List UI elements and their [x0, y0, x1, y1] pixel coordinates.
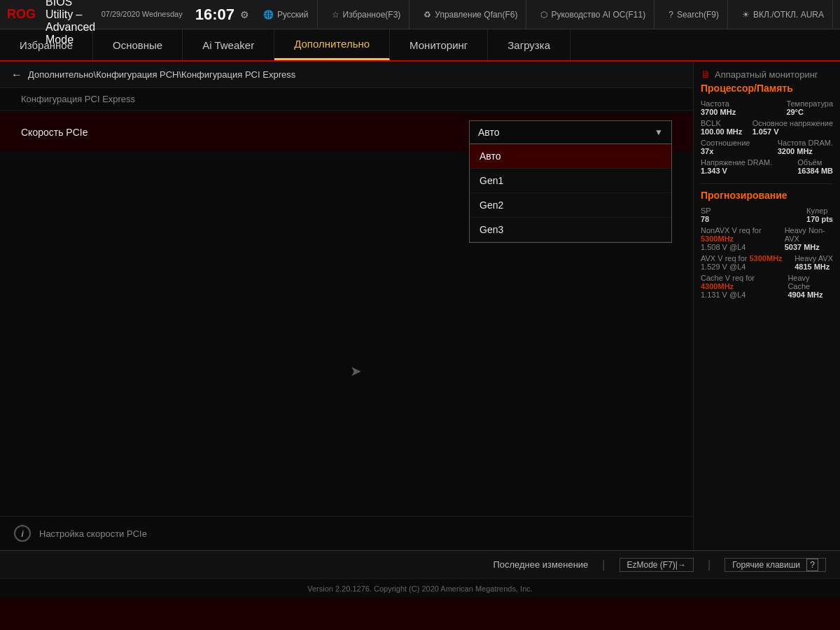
sp-value: 78	[701, 215, 711, 223]
nav-main[interactable]: Основные	[93, 29, 183, 60]
heavy-nonavx-value: 5037 MHz	[785, 243, 833, 251]
nav-monitor[interactable]: Мониторинг	[390, 29, 488, 60]
freq-label: Частота	[701, 99, 736, 108]
ratio-value: 37x	[701, 147, 750, 155]
avx-row: AVX V req for 5300MHz 1.529 V @L4 Heavy …	[701, 254, 833, 271]
aioc-icon: ⬡	[540, 10, 547, 20]
freq-temp-row: Частота 3700 MHz Температура 29°C	[701, 99, 833, 116]
dram-volt-mem-row: Напряжение DRAM. 1.343 V Объём 16384 MB	[701, 158, 833, 175]
temp-value: 29°C	[786, 108, 833, 116]
ratio-label: Соотношение	[701, 139, 750, 147]
pcie-speed-label: Скорость PCIe	[21, 127, 469, 138]
sidebar-divider	[701, 183, 833, 184]
page-title: Конфигурация PCI Express	[0, 88, 693, 111]
fan-icon: ♻	[424, 10, 431, 20]
aura-icon: ☀	[742, 10, 750, 20]
pcie-speed-dropdown-menu: Авто Gen1 Gen2 Gen3	[469, 144, 672, 243]
cache-label: Cache V req for 4300MHz	[701, 274, 788, 290]
avx-freq: 5300MHz	[750, 254, 783, 262]
mem-value: 16384 MB	[797, 167, 833, 175]
hotkeys-button[interactable]: Горячие клавиши ?	[724, 558, 826, 572]
proc-mem-title: Процессор/Память	[701, 83, 833, 94]
ezmode-button[interactable]: EzMode (F7)|→	[620, 558, 694, 572]
qfan-button[interactable]: ♻ Управление Qfan(F6)	[415, 0, 526, 29]
ratio-dram-row: Соотношение 37x Частота DRAM. 3200 MHz	[701, 139, 833, 155]
heavy-nonavx-label: Heavy Non-AVX	[785, 226, 833, 243]
favorites-button[interactable]: ☆ Избранное(F3)	[323, 0, 410, 29]
footer-center: Последнее изменение | EzMode (F7)|→ | Го…	[493, 558, 826, 572]
rog-logo: ROG	[7, 7, 36, 22]
star-icon: ☆	[332, 10, 340, 20]
heavy-cache-value: 4904 MHz	[788, 290, 833, 299]
last-change-label: Последнее изменение	[493, 559, 588, 570]
info-bar: i Настройка скорости PCIe	[0, 516, 693, 550]
dropdown-arrow-icon: ▼	[654, 127, 663, 137]
pcie-speed-dropdown[interactable]: Авто ▼	[469, 120, 672, 144]
bclk-voltage-row: BCLK 100.00 MHz Основное напряжение 1.05…	[701, 119, 833, 136]
breadcrumb-bar: ← Дополнительно\Конфигурация PCH\Конфигу…	[0, 62, 693, 88]
nonavx-freq: 5300MHz	[701, 234, 734, 243]
bclk-value: 100.00 MHz	[701, 127, 742, 136]
monitor-icon: 🖥	[701, 69, 710, 80]
clock-display: 16:07	[195, 6, 234, 24]
cache-row: Cache V req for 4300MHz 1.131 V @L4 Heav…	[701, 274, 833, 299]
version-bar: Version 2.20.1276. Copyright (C) 2020 Am…	[0, 578, 840, 598]
aioc-button[interactable]: ⬡ Руководство AI OC(F11)	[532, 0, 654, 29]
settings-gear-icon[interactable]: ⚙	[240, 9, 249, 20]
footer-bar: Последнее изменение | EzMode (F7)|→ | Го…	[0, 550, 840, 578]
dram-volt-value: 1.343 V	[701, 167, 772, 175]
dropdown-option-auto[interactable]: Авто	[470, 144, 671, 169]
breadcrumb-back-button[interactable]: ←	[11, 69, 22, 81]
prognoz-title: Прогнозирование	[701, 190, 833, 201]
prognoz-section: SP 78 Кулер 170 pts NonAVX V req for 530…	[701, 206, 833, 299]
info-text: Настройка скорости PCIe	[39, 528, 147, 539]
search-icon: ?	[668, 10, 673, 20]
nonavx-row: NonAVX V req for 5300MHz 1.508 V @L4 Hea…	[701, 226, 833, 251]
aura-button[interactable]: ☀ ВКЛ./ОТКЛ. AURA	[734, 0, 833, 29]
heavy-avx-label: Heavy AVX	[794, 254, 833, 262]
base-volt-value: 1.057 V	[752, 127, 833, 136]
nav-ai-tweaker[interactable]: Ai Tweaker	[183, 29, 274, 60]
cpu-mem-section: Частота 3700 MHz Температура 29°C BCLK 1…	[701, 99, 833, 175]
dropdown-option-gen2[interactable]: Gen2	[470, 193, 671, 218]
cache-freq: 4300MHz	[701, 282, 734, 290]
avx-label: AVX V req for 5300MHz	[701, 254, 783, 262]
pcie-speed-dropdown-wrapper: Авто ▼ Авто Gen1 Gen2 Gen3	[469, 120, 672, 144]
cache-volt: 1.131 V @L4	[701, 290, 788, 299]
dropdown-option-gen1[interactable]: Gen1	[470, 169, 671, 193]
lang-icon: 🌐	[263, 10, 274, 20]
breadcrumb-path: Дополнительно\Конфигурация PCH\Конфигура…	[28, 69, 295, 80]
avx-volt: 1.529 V @L4	[701, 262, 783, 271]
dram-freq-label: Частота DRAM.	[778, 139, 833, 147]
nonavx-volt: 1.508 V @L4	[701, 243, 785, 251]
content-area: ← Дополнительно\Конфигурация PCH\Конфигу…	[0, 62, 693, 550]
hardware-monitor-sidebar: 🖥 Аппаратный мониторинг Процессор/Память…	[693, 62, 840, 550]
nav-favorites[interactable]: Избранное	[0, 29, 93, 60]
top-bar: ROG UEFI BIOS Utility – Advanced Mode 07…	[0, 0, 840, 29]
mem-label: Объём	[797, 158, 833, 167]
dram-volt-label: Напряжение DRAM.	[701, 158, 772, 167]
version-text: Version 2.20.1276. Copyright (C) 2020 Am…	[307, 584, 533, 593]
bclk-label: BCLK	[701, 119, 742, 127]
hotkeys-icon: ?	[806, 559, 818, 571]
dropdown-option-gen3[interactable]: Gen3	[470, 218, 671, 242]
sp-label: SP	[701, 206, 711, 215]
nav-boot[interactable]: Загрузка	[488, 29, 570, 60]
info-icon: i	[14, 525, 31, 542]
lang-button[interactable]: 🌐 Русский	[255, 0, 318, 29]
nav-bar: Избранное Основные Ai Tweaker Дополнител…	[0, 29, 840, 62]
main-area: ← Дополнительно\Конфигурация PCH\Конфигу…	[0, 62, 840, 550]
search-button[interactable]: ? Search(F9)	[660, 0, 728, 29]
heavy-cache-label: Heavy Cache	[788, 274, 833, 290]
base-volt-label: Основное напряжение	[752, 119, 833, 127]
nav-advanced[interactable]: Дополнительно	[274, 29, 390, 60]
sp-cooler-row: SP 78 Кулер 170 pts	[701, 206, 833, 223]
cooler-value: 170 pts	[806, 215, 833, 223]
dropdown-selected-value: Авто	[478, 127, 500, 138]
cursor-indicator: ➤	[350, 363, 362, 379]
cooler-label: Кулер	[806, 206, 833, 215]
freq-value: 3700 MHz	[701, 108, 736, 116]
datetime: 07/29/2020 Wednesday	[102, 10, 183, 19]
setting-row: Скорость PCIe Авто ▼ Авто Gen1 Gen2 Gen3	[0, 113, 693, 151]
nonavx-label: NonAVX V req for 5300MHz	[701, 226, 785, 243]
